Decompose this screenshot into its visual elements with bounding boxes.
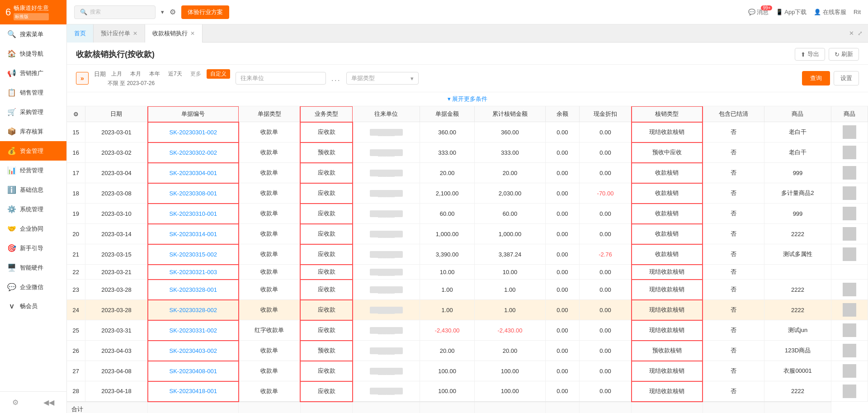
filter-partner-input[interactable]: 往来单位 [236,72,326,85]
sidebar-item-system[interactable]: ⚙️ 系统管理 [0,199,66,219]
doc-no-link[interactable]: SK-20230304-001 [169,170,217,176]
sidebar-logo: 6 畅康道好生意 标推版 [0,0,66,24]
filter-more-dots[interactable]: ... [331,74,341,83]
doc-no-link[interactable]: SK-20230328-002 [169,307,217,313]
tabs-right-controls: ✕ ⤢ [849,30,868,37]
tab-writeoff[interactable]: 收款核销执行 ✕ [145,24,203,43]
cell-doc-type: 收款单 [239,204,300,224]
sidebar-item-inventory[interactable]: 📦 库存核算 [0,122,66,141]
doc-no-link[interactable]: SK-20230314-001 [169,231,217,237]
doc-no-link[interactable]: SK-20230301-002 [169,129,217,136]
filter-expand-bar[interactable]: ▾ 展开更多条件 [67,92,868,106]
col-gear[interactable]: ⚙ [67,106,85,122]
sidebar-item-purchase[interactable]: 🛒 采购管理 [0,102,66,122]
cell-amount: 20.00 [420,163,475,183]
filter-doc-type-select[interactable]: 单据类型 ▾ [346,72,419,85]
tab-maximize-icon[interactable]: ⤢ [858,30,863,37]
sidebar-item-sales[interactable]: 📋 销售管理 [0,83,66,102]
cell-goods2 [831,183,868,204]
cell-doc-no: SK-20230331-002 [148,320,239,341]
cell-balance: 0.00 [546,224,580,244]
cell-balance: 0.00 [546,320,580,341]
cell-doc-no: SK-20230328-001 [148,280,239,300]
tab-close-all-icon[interactable]: ✕ [849,30,854,37]
doc-no-link[interactable]: SK-20230302-002 [169,149,217,156]
cell-biz-type: 预收款 [300,142,353,163]
message-btn[interactable]: 💬 消息 99+ [748,8,769,16]
table-container[interactable]: ⚙ 日期 单据编号 单据类型 业务类型 往来单位 单据金额 累计核销金额 余额 … [67,106,868,413]
sidebar-item-finance[interactable]: 💰 资金管理 [0,141,66,161]
cell-biz-type: 应收款 [300,163,353,183]
filter-date-this-month[interactable]: 本月 [127,69,144,79]
cell-discount: 0.00 [579,142,632,163]
sidebar-item-guide[interactable]: 🎯 新手引导 [0,238,66,258]
topbar-dropdown-arrow[interactable]: ▾ [161,9,164,15]
doc-no-link[interactable]: SK-20230418-001 [169,388,217,394]
doc-no-link[interactable]: SK-20230331-002 [169,327,217,334]
purchase-icon: 🛒 [7,108,16,116]
sidebar-item-corp[interactable]: 🤝 企业协同 [0,219,66,238]
sidebar-item-member[interactable]: V 畅会员 [0,297,66,316]
doc-no-link[interactable]: SK-20230310-001 [169,210,217,217]
topbar-gear-icon[interactable]: ⚙ [170,8,176,16]
query-button[interactable]: 查询 [802,71,830,85]
home-icon: 🏠 [7,49,16,58]
sidebar-item-shortcut[interactable]: 🏠 快捷导航 [0,44,66,63]
doc-no-link[interactable]: SK-20230308-001 [169,190,217,197]
sidebar-item-hardware[interactable]: 🖥️ 智能硬件 [0,258,66,277]
sidebar-item-label: 搜索菜单 [20,30,43,38]
filter-date-custom[interactable]: 自定义 [207,69,230,79]
cell-goods2 [831,300,868,320]
cell-balance: 0.00 [546,361,580,381]
sidebar-item-label: 新手引导 [20,244,43,252]
tab-home[interactable]: 首页 [67,24,94,43]
refresh-button[interactable]: ↻ 刷新 [829,48,859,61]
gear-icon[interactable]: ⚙ [73,111,79,118]
export-button[interactable]: ⬆ 导出 [795,48,825,61]
payable-tab-close[interactable]: ✕ [133,30,137,37]
table-row: 19 2023-03-10 SK-20230310-001 收款单 应收款 ██… [67,204,868,224]
filter-date-last-month[interactable]: 上月 [108,69,125,79]
cell-date: 2023-03-10 [85,204,148,224]
doc-no-link[interactable]: SK-20230408-001 [169,368,217,375]
doc-no-link[interactable]: SK-20230321-003 [169,269,217,275]
app-download-btn[interactable]: 📱 App下载 [776,8,807,16]
sales-icon: 📋 [7,88,16,97]
cell-balance: 0.00 [546,244,580,265]
cell-writeoff-type: 现结收款核销 [632,320,703,341]
sidebar-item-search[interactable]: 🔍 搜索菜单 [0,24,66,44]
filter-collapse-btn[interactable]: » [76,72,89,85]
sidebar-item-label: 经营管理 [20,166,43,175]
doc-no-link[interactable]: SK-20230315-002 [169,251,217,258]
filter-date-more[interactable]: 更多 [188,69,204,79]
table-header-row: ⚙ 日期 单据编号 单据类型 业务类型 往来单位 单据金额 累计核销金额 余额 … [67,106,868,122]
sidebar-item-marketing[interactable]: 📢 营销推广 [0,63,66,83]
doc-no-link[interactable]: SK-20230328-001 [169,286,217,293]
cell-doc-type: 收款单 [239,265,300,280]
sidebar-item-basic[interactable]: ℹ️ 基础信息 [0,180,66,199]
settings-bottom-icon[interactable]: ⚙ [9,395,21,409]
cell-no: 19 [67,204,85,224]
topbar-search[interactable]: 🔍 搜索 [74,5,156,19]
cell-no: 25 [67,320,85,341]
tab-payable[interactable]: 预计应付单 ✕ [94,24,145,43]
sidebar-item-operation[interactable]: 📊 经营管理 [0,161,66,180]
cell-goods2 [831,244,868,265]
tab-bar: 首页 预计应付单 ✕ 收款核销执行 ✕ ✕ ⤢ [67,24,868,43]
cell-writeoff-type: 现结收款核销 [632,300,703,320]
cell-goods2 [831,280,868,300]
guide-icon: 🎯 [7,244,16,252]
sidebar-item-wechat[interactable]: 💬 企业微信 [0,277,66,297]
filter-date-this-year[interactable]: 本年 [146,69,163,79]
doc-no-link[interactable]: SK-20230403-002 [169,347,217,354]
table-row: 23 2023-03-28 SK-20230328-001 收款单 应收款 ██… [67,280,868,300]
user-avatar[interactable]: Rit [854,9,861,15]
setting-button[interactable]: 设置 [834,71,859,85]
writeoff-tab-close[interactable]: ✕ [190,30,195,37]
cell-include-settled: 否 [703,163,764,183]
collapse-icon[interactable]: ◀◀ [41,395,57,409]
filter-date-7days[interactable]: 近7天 [165,69,185,79]
experience-btn[interactable]: 体验行业方案 [181,5,229,19]
online-service-btn[interactable]: 👤 在线客服 [814,8,846,16]
cell-goods2 [831,320,868,341]
